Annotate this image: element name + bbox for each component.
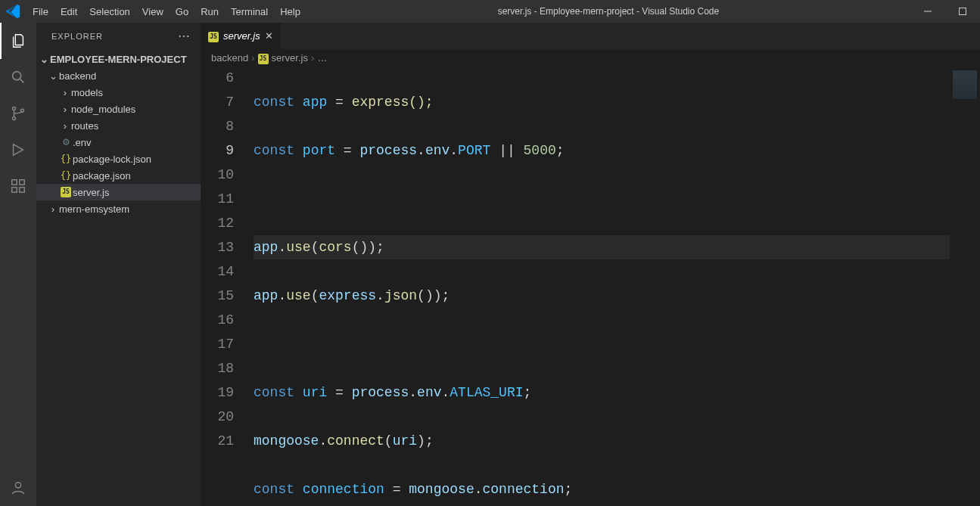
minimize-icon [924, 8, 932, 15]
menu-go[interactable]: Go [170, 0, 194, 23]
activity-run-debug[interactable] [0, 132, 36, 168]
svg-rect-7 [20, 188, 24, 192]
menu-help[interactable]: Help [274, 0, 306, 23]
menu-selection[interactable]: Selection [83, 0, 135, 23]
json-icon: {} [59, 170, 73, 181]
breadcrumbs[interactable]: backend › JS server.js › … [201, 49, 980, 66]
tree-folder-backend[interactable]: ⌄ backend [36, 67, 201, 84]
tree-label: package-lock.json [73, 154, 151, 165]
line-number: 8 [201, 114, 234, 138]
tree-label: .env [73, 137, 92, 148]
code-content[interactable]: const app = express(); const port = proc… [249, 66, 950, 506]
line-number: 16 [201, 308, 234, 332]
breadcrumb-segment[interactable]: server.js [272, 52, 308, 64]
chevron-right-icon: › [59, 104, 71, 115]
window-title: server.js - Employee-mern-project - Visu… [306, 6, 910, 17]
extensions-icon [10, 178, 26, 194]
maximize-button[interactable] [945, 0, 980, 23]
tree-folder-models[interactable]: › models [36, 84, 201, 101]
chevron-down-icon: ⌄ [47, 70, 59, 82]
breadcrumb-segment[interactable]: backend [211, 52, 248, 64]
tree-label: models [71, 87, 103, 98]
js-icon: JS [258, 51, 269, 64]
tree-label: backend [59, 70, 96, 82]
tree-label: server.js [73, 187, 109, 198]
window-controls [910, 0, 980, 23]
explorer-header: EXPLORER ⋯ [36, 23, 201, 49]
title-bar: File Edit Selection View Go Run Terminal… [0, 0, 980, 23]
search-icon [10, 69, 26, 85]
chevron-right-icon: › [59, 87, 71, 98]
tree-file-package-lock[interactable]: {} package-lock.json [36, 151, 201, 167]
tree-folder-node-modules[interactable]: › node_modules [36, 101, 201, 117]
menu-edit[interactable]: Edit [54, 0, 83, 23]
explorer-title: EXPLORER [51, 32, 103, 41]
vscode-logo-icon [5, 3, 22, 20]
activity-accounts[interactable] [0, 470, 36, 506]
activity-source-control[interactable] [0, 95, 36, 132]
file-tree: ⌄ EMPLOYEE-MERN-PROJECT ⌄ backend › mode… [36, 49, 201, 217]
line-number: 10 [201, 163, 234, 187]
tree-file-env[interactable]: ⚙ .env [36, 134, 201, 151]
line-number: 7 [201, 90, 234, 114]
tree-label: package.json [73, 170, 131, 182]
line-number: 15 [201, 284, 234, 308]
tab-server-js[interactable]: JS server.js ✕ [201, 23, 282, 49]
svg-rect-8 [20, 180, 24, 185]
svg-rect-0 [960, 8, 966, 15]
explorer-more-icon[interactable]: ⋯ [178, 29, 191, 43]
tree-folder-routes[interactable]: › routes [36, 117, 201, 134]
js-icon: JS [208, 29, 219, 42]
play-debug-icon [10, 141, 26, 158]
tree-label: routes [71, 120, 98, 132]
line-number: 20 [201, 405, 234, 429]
minimize-button[interactable] [910, 0, 945, 23]
json-icon: {} [59, 154, 73, 164]
explorer-panel: EXPLORER ⋯ ⌄ EMPLOYEE-MERN-PROJECT ⌄ bac… [36, 23, 201, 506]
branch-icon [10, 105, 26, 122]
tree-folder-mern-emsystem[interactable]: › mern-emsystem [36, 200, 201, 217]
menu-terminal[interactable]: Terminal [225, 0, 274, 23]
menu-run[interactable]: Run [194, 0, 225, 23]
tree-file-package[interactable]: {} package.json [36, 167, 201, 184]
activity-extensions[interactable] [0, 168, 36, 204]
account-icon [10, 480, 26, 496]
activity-explorer[interactable] [0, 23, 36, 59]
gear-icon: ⚙ [59, 137, 73, 147]
chevron-right-icon: › [311, 52, 314, 64]
menu-bar: File Edit Selection View Go Run Terminal… [26, 0, 306, 23]
line-number: 6 [201, 66, 234, 90]
line-number: 13 [201, 235, 234, 259]
activity-search[interactable] [0, 59, 36, 95]
svg-rect-6 [12, 188, 17, 192]
js-icon: JS [59, 187, 73, 197]
line-number: 17 [201, 332, 234, 356]
line-number: 21 [201, 429, 234, 453]
chevron-right-icon: › [59, 120, 71, 132]
line-number: 14 [201, 259, 234, 284]
breadcrumb-trail[interactable]: … [317, 52, 327, 64]
minimap-viewport [953, 70, 977, 99]
maximize-icon [959, 8, 966, 15]
svg-point-1 [13, 72, 21, 80]
activity-bar [0, 23, 36, 506]
svg-point-2 [12, 107, 15, 110]
tree-label: mern-emsystem [59, 203, 129, 215]
menu-file[interactable]: File [26, 0, 54, 23]
project-name: EMPLOYEE-MERN-PROJECT [50, 54, 187, 65]
files-icon [10, 33, 26, 49]
line-number: 18 [201, 356, 234, 380]
svg-point-9 [15, 483, 20, 488]
minimap[interactable] [950, 66, 980, 506]
tree-project-root[interactable]: ⌄ EMPLOYEE-MERN-PROJECT [36, 51, 201, 67]
tab-label: server.js [223, 30, 260, 42]
line-number: 11 [201, 187, 234, 211]
code-editor[interactable]: 6 7 8 9 10 11 12 13 14 15 16 17 18 19 20… [201, 66, 980, 506]
tree-label: node_modules [71, 104, 135, 115]
line-number: 19 [201, 380, 234, 405]
svg-point-3 [12, 116, 15, 120]
close-icon[interactable]: ✕ [265, 30, 273, 42]
svg-rect-5 [12, 180, 17, 185]
menu-view[interactable]: View [136, 0, 170, 23]
tree-file-server[interactable]: JS server.js [36, 184, 201, 200]
